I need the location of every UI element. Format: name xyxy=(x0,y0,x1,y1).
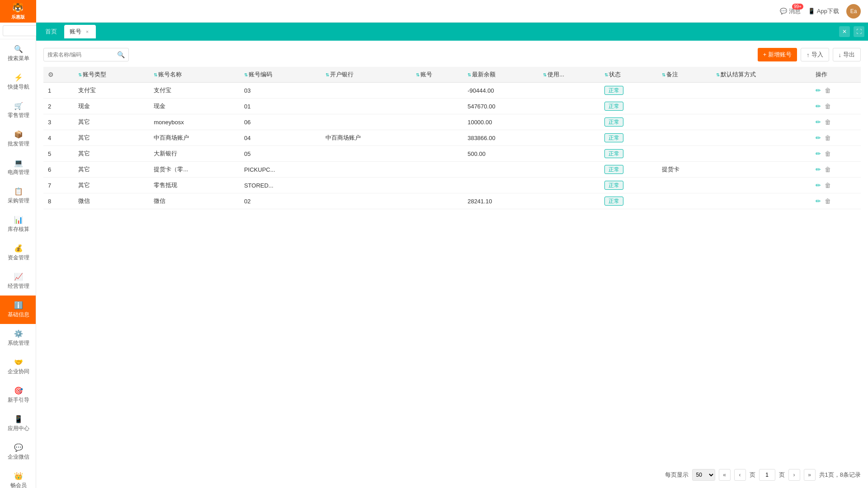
delete-btn[interactable]: 🗑 xyxy=(825,103,831,110)
delete-btn[interactable]: 🗑 xyxy=(825,197,831,205)
sidebar-item-operations[interactable]: 📈 经营管理 xyxy=(0,267,36,296)
cell-account xyxy=(411,99,463,114)
cell-remark xyxy=(657,83,712,99)
sort-settle-icon: ⇅ xyxy=(716,72,720,77)
action-btns: ✏ 🗑 xyxy=(816,197,856,205)
cell-remark: 提货卡 xyxy=(657,162,712,178)
avatar-icon: Ea xyxy=(850,8,857,14)
cell-status: 正常 xyxy=(600,146,657,162)
sidebar-item-enterprise-wechat[interactable]: 💬 企业微信 xyxy=(0,438,36,466)
last-page-btn[interactable]: » xyxy=(804,469,816,481)
table-row: 6 其它 提货卡（零... PICKUPC... 正常 提货卡 ✏ 🗑 xyxy=(43,162,861,178)
export-label: 导出 xyxy=(843,51,855,59)
tab-account[interactable]: 账号 × xyxy=(64,25,96,38)
col-code[interactable]: ⇅账号编码 xyxy=(240,67,321,83)
col-remark[interactable]: ⇅备注 xyxy=(657,67,712,83)
user-avatar[interactable]: Ea xyxy=(846,4,861,19)
import-button[interactable]: ↑ 导入 xyxy=(801,48,829,61)
sidebar-item-purchase[interactable]: 📋 采购管理 xyxy=(0,182,36,210)
search-icon[interactable]: 🔍 xyxy=(117,51,125,58)
sidebar-item-member[interactable]: 👑 畅会员 xyxy=(0,466,36,488)
edit-btn[interactable]: ✏ xyxy=(816,87,821,94)
cell-name: 大新银行 xyxy=(149,146,240,162)
edit-btn[interactable]: ✏ xyxy=(816,118,821,126)
message-button[interactable]: 💬 消息 99+ xyxy=(780,7,801,15)
page-input[interactable] xyxy=(759,469,775,481)
cell-action: ✏ 🗑 xyxy=(811,162,861,178)
sidebar-item-retail[interactable]: 🛒 零售管理 xyxy=(0,96,36,125)
col-type[interactable]: ⇅账号类型 xyxy=(74,67,149,83)
search-input[interactable] xyxy=(47,52,115,58)
delete-btn[interactable]: 🗑 xyxy=(825,150,831,157)
sidebar-item-app-center[interactable]: 📱 应用中心 xyxy=(0,409,36,438)
prev-page-btn[interactable]: ‹ xyxy=(734,469,746,481)
pagination: 每页显示 50 20 100 « ‹ 页 页 › » 共1页，8条记录 xyxy=(43,464,861,481)
delete-btn[interactable]: 🗑 xyxy=(825,87,831,94)
col-account[interactable]: ⇅账号 xyxy=(411,67,463,83)
sidebar-item-search-menu[interactable]: 🔍 搜索菜单 xyxy=(0,39,36,68)
table-container: ⚙ ⇅账号类型 ⇅账号名称 ⇅账号编码 ⇅开户银行 ⇅账号 ⇅最新余额 ⇅使用.… xyxy=(43,67,861,464)
tab-home-label: 首页 xyxy=(45,28,57,36)
col-name[interactable]: ⇅账号名称 xyxy=(149,67,240,83)
sidebar-item-system[interactable]: ⚙️ 系统管理 xyxy=(0,324,36,352)
sidebar-item-wholesale[interactable]: 📦 批发管理 xyxy=(0,125,36,153)
col-type-label: 账号类型 xyxy=(83,71,106,78)
cell-code: 02 xyxy=(240,193,321,209)
tab-account-close[interactable]: × xyxy=(84,28,90,35)
tabbar-expand-btn[interactable]: ⛶ xyxy=(854,26,864,37)
table-row: 8 微信 微信 02 28241.10 正常 ✏ 🗑 xyxy=(43,193,861,209)
next-page-btn[interactable]: › xyxy=(788,469,800,481)
table-header: ⚙ ⇅账号类型 ⇅账号名称 ⇅账号编码 ⇅开户银行 ⇅账号 ⇅最新余额 ⇅使用.… xyxy=(43,67,861,83)
cell-remark xyxy=(657,130,712,146)
col-balance[interactable]: ⇅最新余额 xyxy=(463,67,538,83)
tabbar-close-btn[interactable]: ✕ xyxy=(839,26,850,37)
export-button[interactable]: ↓ 导出 xyxy=(833,48,861,61)
logo-text: 乐惠版 xyxy=(11,14,25,20)
edit-btn[interactable]: ✏ xyxy=(816,150,821,157)
sidebar-item-quick-nav[interactable]: ⚡ 快捷导航 xyxy=(0,68,36,96)
sidebar-item-finance[interactable]: 💰 资金管理 xyxy=(0,239,36,267)
col-status[interactable]: ⇅状态 xyxy=(600,67,657,83)
edit-btn[interactable]: ✏ xyxy=(816,103,821,110)
table-body: 1 支付宝 支付宝 03 -90444.00 正常 ✏ 🗑 2 现金 现金 01… xyxy=(43,83,861,209)
logo-icon: 🐯 xyxy=(12,2,24,13)
delete-btn[interactable]: 🗑 xyxy=(825,166,831,173)
cell-usage xyxy=(538,178,600,193)
delete-btn[interactable]: 🗑 xyxy=(825,182,831,189)
cell-balance: 547670.00 xyxy=(463,99,538,114)
col-default-settle[interactable]: ⇅默认结算方式 xyxy=(712,67,811,83)
delete-btn[interactable]: 🗑 xyxy=(825,118,831,126)
sidebar-item-basic-info[interactable]: ℹ️ 基础信息 xyxy=(0,296,36,324)
per-page-select[interactable]: 50 20 100 xyxy=(692,469,715,481)
col-settings[interactable]: ⚙ xyxy=(43,67,74,83)
table-row: 5 其它 大新银行 05 500.00 正常 ✏ 🗑 xyxy=(43,146,861,162)
edit-btn[interactable]: ✏ xyxy=(816,166,821,173)
app-download-label: App下载 xyxy=(817,7,839,15)
sidebar-item-label: 新手引导 xyxy=(8,396,29,404)
sidebar-item-guide[interactable]: 🎯 新手引导 xyxy=(0,381,36,409)
col-usage[interactable]: ⇅使用... xyxy=(538,67,600,83)
edit-btn[interactable]: ✏ xyxy=(816,197,821,205)
first-page-btn[interactable]: « xyxy=(719,469,731,481)
edit-btn[interactable]: ✏ xyxy=(816,134,821,141)
cell-usage xyxy=(538,162,600,178)
sidebar-item-inventory[interactable]: 📊 库存核算 xyxy=(0,210,36,239)
cell-type: 其它 xyxy=(74,146,149,162)
cell-remark xyxy=(657,146,712,162)
delete-btn[interactable]: 🗑 xyxy=(825,134,831,141)
cell-usage xyxy=(538,83,600,99)
sidebar-item-ecommerce[interactable]: 💻 电商管理 xyxy=(0,153,36,182)
col-bank[interactable]: ⇅开户银行 xyxy=(321,67,411,83)
edit-btn[interactable]: ✏ xyxy=(816,182,821,189)
sidebar-item-label: 搜索菜单 xyxy=(8,55,29,62)
add-account-button[interactable]: + 新增账号 xyxy=(758,48,797,61)
table-row: 4 其它 中百商场账户 04 中百商场账户 383866.00 正常 ✏ 🗑 xyxy=(43,130,861,146)
cell-usage xyxy=(538,146,600,162)
tab-home[interactable]: 首页 xyxy=(40,25,62,38)
enterprise-collab-icon: 🤝 xyxy=(14,358,23,366)
cell-code: 06 xyxy=(240,114,321,130)
sort-remark-icon: ⇅ xyxy=(662,72,665,77)
cell-default-settle xyxy=(712,114,811,130)
sidebar-item-enterprise-collab[interactable]: 🤝 企业协同 xyxy=(0,352,36,381)
app-download-button[interactable]: 📱 App下载 xyxy=(808,7,839,15)
